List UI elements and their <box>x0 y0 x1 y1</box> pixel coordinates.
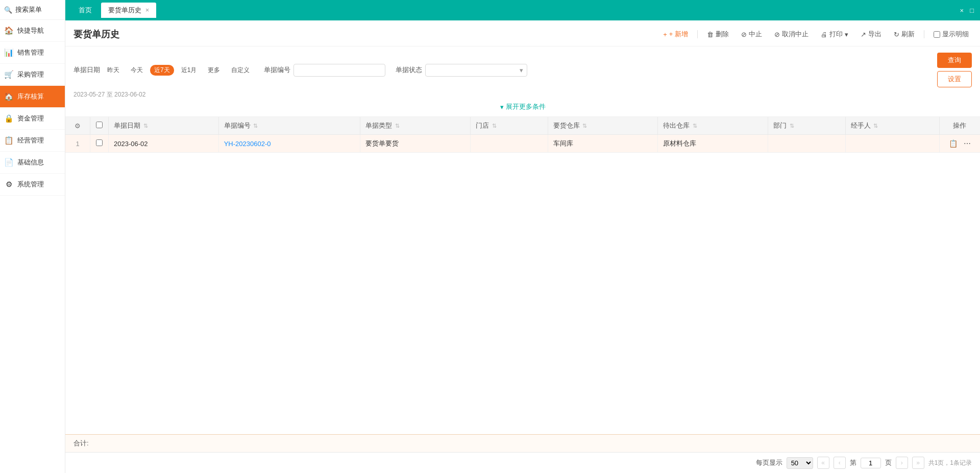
date-pills: 昨天 今天 近7天 近1月 更多 自定义 <box>103 65 254 76</box>
export-button[interactable]: ↗ 导出 <box>857 28 885 41</box>
th-store[interactable]: 门店 ⇅ <box>471 117 548 135</box>
tab-close-icon[interactable]: × <box>145 6 150 14</box>
date-pill-more[interactable]: 更多 <box>204 65 224 76</box>
date-pill-today[interactable]: 今天 <box>127 65 147 76</box>
toolbar-divider-1 <box>697 30 698 38</box>
row-more-icon[interactable]: ⋯ <box>962 138 973 149</box>
row-department <box>768 135 846 153</box>
sidebar-item-purchase[interactable]: 🛒 采购管理 <box>0 64 65 86</box>
th-handler[interactable]: 经手人 ⇅ <box>845 117 939 135</box>
sort-date-icon: ⇅ <box>143 123 148 129</box>
sidebar-item-system[interactable]: ⚙ 系统管理 <box>0 174 65 196</box>
delete-button[interactable]: 🗑 删除 <box>704 28 732 41</box>
row-edit-icon[interactable]: 📋 <box>947 138 960 149</box>
doc-no-filter-group: 单据编号 <box>264 64 385 77</box>
stop-button[interactable]: ⊘ 中止 <box>738 28 765 41</box>
row-date: 2023-06-02 <box>109 135 219 153</box>
th-store-label: 门店 <box>476 122 489 129</box>
print-icon: 🖨 <box>821 31 827 38</box>
sidebar-item-label: 经营管理 <box>17 136 44 145</box>
th-checkbox <box>90 117 109 135</box>
print-dropdown-icon: ▾ <box>845 31 848 38</box>
tab-home[interactable]: 首页 <box>71 3 99 18</box>
sidebar-item-label: 系统管理 <box>17 180 44 189</box>
last-page-btn[interactable]: » <box>912 457 924 469</box>
tab-requisition-history[interactable]: 要货单历史 × <box>101 3 156 18</box>
query-button[interactable]: 查询 <box>937 53 972 68</box>
th-doc-no-label: 单据编号 <box>224 122 251 129</box>
refresh-label: 刷新 <box>901 30 915 39</box>
th-department-label: 部门 <box>773 122 787 129</box>
search-menu[interactable]: 🔍 搜索菜单 <box>0 0 65 20</box>
new-button[interactable]: + + 新增 <box>660 28 691 41</box>
th-pending-warehouse[interactable]: 待出仓库 ⇅ <box>658 117 768 135</box>
status-filter-group: 单据状态 <box>396 64 527 77</box>
sort-handler-icon: ⇅ <box>873 123 878 129</box>
row-req-warehouse: 车间库 <box>548 135 658 153</box>
cancel-stop-button[interactable]: ⊘ 取消中止 <box>771 28 812 41</box>
show-detail-button[interactable]: 显示明细 <box>930 28 972 41</box>
prev-page-btn[interactable]: ‹ <box>834 457 846 469</box>
search-icon: 🔍 <box>4 6 12 14</box>
page-number-input[interactable] <box>861 458 881 468</box>
sidebar-item-sales[interactable]: 📊 销售管理 <box>0 42 65 64</box>
th-doc-type[interactable]: 单据类型 ⇅ <box>360 117 471 135</box>
first-page-btn[interactable]: « <box>817 457 829 469</box>
date-filter-label: 单据日期 <box>74 65 100 75</box>
window-maximize-btn[interactable]: □ <box>970 7 974 14</box>
tab-home-label: 首页 <box>79 6 92 14</box>
th-req-warehouse[interactable]: 要货仓库 ⇅ <box>548 117 658 135</box>
sidebar-item-shortcuts[interactable]: 🏠 快捷导航 <box>0 20 65 42</box>
date-pill-yesterday[interactable]: 昨天 <box>103 65 124 76</box>
sidebar-item-inventory[interactable]: 🏠 库存核算 <box>0 86 65 108</box>
print-button[interactable]: 🖨 打印 ▾ <box>818 28 851 41</box>
row-checkbox[interactable] <box>96 139 103 146</box>
sidebar-item-label: 采购管理 <box>17 70 44 79</box>
show-detail-checkbox[interactable] <box>934 31 940 38</box>
sidebar-item-label: 库存核算 <box>17 92 44 101</box>
per-page-select[interactable]: 20 50 100 200 <box>787 457 813 469</box>
status-select[interactable] <box>425 64 527 77</box>
filter-row-2: 2023-05-27 至 2023-06-02 <box>74 87 972 99</box>
date-pill-1month[interactable]: 近1月 <box>177 65 201 76</box>
row-doc-type: 要货单要货 <box>360 135 471 153</box>
expand-more-btn[interactable]: ▾ 展开更多条件 <box>74 99 972 112</box>
sort-req-warehouse-icon: ⇅ <box>582 123 587 129</box>
th-req-warehouse-label: 要货仓库 <box>553 122 580 129</box>
table-settings-icon[interactable]: ⚙ <box>70 122 85 130</box>
filter-area: 单据日期 昨天 今天 近7天 近1月 更多 自定义 单据编号 <box>65 46 980 117</box>
sidebar-item-operations[interactable]: 📋 经营管理 <box>0 130 65 152</box>
purchase-icon: 🛒 <box>4 70 13 79</box>
filter-settings-button[interactable]: 设置 <box>937 71 972 87</box>
date-pill-custom[interactable]: 自定义 <box>227 65 254 76</box>
th-department[interactable]: 部门 ⇅ <box>768 117 846 135</box>
sort-pending-warehouse-icon: ⇅ <box>693 123 697 129</box>
status-label: 单据状态 <box>396 65 422 75</box>
sidebar-item-basic[interactable]: 📄 基础信息 <box>0 152 65 174</box>
system-icon: ⚙ <box>4 180 13 189</box>
row-doc-no-link[interactable]: YH-20230602-0 <box>224 140 271 148</box>
window-close-btn[interactable]: × <box>960 7 964 14</box>
refresh-icon: ↻ <box>894 31 899 38</box>
export-icon: ↗ <box>861 31 866 38</box>
th-date-label: 单据日期 <box>114 122 140 129</box>
row-checkbox-cell <box>90 135 109 153</box>
sidebar-item-finance[interactable]: 🔒 资金管理 <box>0 108 65 130</box>
pagination-bar: 每页显示 20 50 100 200 « ‹ 第 页 › » 共1页，1条记录 <box>65 452 980 473</box>
cancel-stop-icon: ⊘ <box>774 31 780 38</box>
refresh-button[interactable]: ↻ 刷新 <box>891 28 918 41</box>
tab-requisition-history-label: 要货单历史 <box>108 6 141 14</box>
finance-icon: 🔒 <box>4 114 13 123</box>
date-pill-7days[interactable]: 近7天 <box>150 65 174 76</box>
th-doc-no[interactable]: 单据编号 ⇅ <box>218 117 360 135</box>
main-area: 首页 要货单历史 × × □ 要货单历史 + + 新增 🗑 删除 <box>65 0 980 473</box>
doc-no-input[interactable] <box>293 64 385 77</box>
row-index: 1 <box>65 135 90 153</box>
th-date[interactable]: 单据日期 ⇅ <box>109 117 219 135</box>
date-range-text: 2023-05-27 至 2023-06-02 <box>74 90 145 99</box>
total-info: 共1页，1条记录 <box>928 459 972 467</box>
next-page-btn[interactable]: › <box>896 457 908 469</box>
toolbar-divider-2 <box>924 30 924 38</box>
select-all-checkbox[interactable] <box>96 122 103 128</box>
filter-row-1: 单据日期 昨天 今天 近7天 近1月 更多 自定义 单据编号 <box>74 53 972 87</box>
